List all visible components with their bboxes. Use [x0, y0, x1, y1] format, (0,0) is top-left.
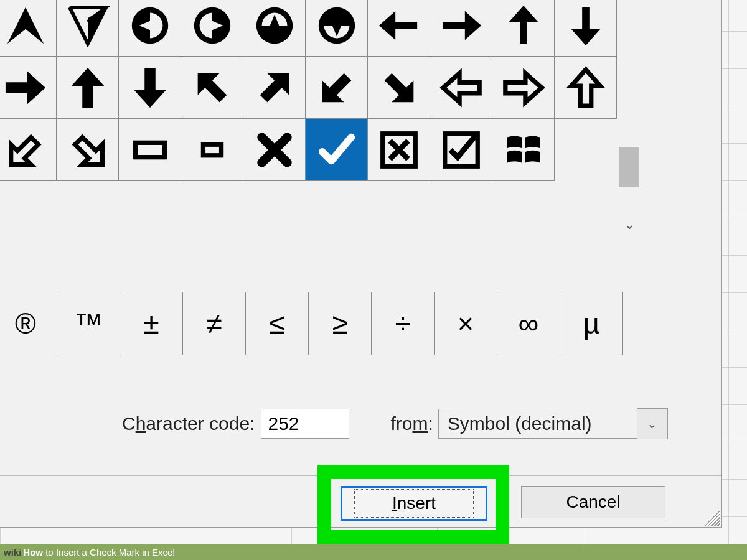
arrow-downright-outline-icon[interactable] [56, 118, 119, 181]
from-combobox[interactable]: Symbol (decimal) [438, 409, 637, 439]
banner-site: wiki [4, 547, 21, 558]
insert-button[interactable]: Insert [341, 486, 487, 521]
arrow-left-outline-icon[interactable] [430, 56, 492, 119]
svg-rect-1 [203, 144, 221, 156]
arrow-downleft-icon[interactable] [305, 56, 368, 119]
x-mark-icon[interactable] [243, 118, 306, 181]
recent-symbol[interactable]: ® [0, 292, 57, 355]
character-code-input[interactable] [261, 409, 349, 439]
arrow-upright-icon[interactable] [243, 56, 306, 119]
wikihow-banner: wikiHow to Insert a Check Mark in Excel [0, 544, 747, 560]
scrollbar-thumb[interactable] [619, 147, 639, 187]
character-code-row: Character code: from: Symbol (decimal) ⌄ [122, 408, 668, 439]
svg-rect-0 [135, 142, 164, 157]
symbol-grid [0, 0, 617, 181]
windows-logo-icon[interactable] [492, 118, 555, 181]
character-code-label: Character code: [122, 413, 255, 434]
recent-symbol[interactable]: ™ [57, 292, 120, 355]
arrow-downleft-outline-icon[interactable] [0, 118, 57, 181]
resize-grip-icon[interactable] [704, 510, 720, 526]
arrow-up-bold-icon[interactable] [56, 56, 119, 119]
triangle-up-icon[interactable] [0, 0, 57, 57]
circle-arrow-right-icon[interactable] [181, 0, 243, 57]
from-label: from: [390, 413, 433, 434]
recent-symbol[interactable]: ≤ [245, 292, 309, 355]
recent-symbol[interactable]: ≠ [182, 292, 246, 355]
circle-arrow-left-icon[interactable] [118, 0, 181, 57]
cancel-button[interactable]: Cancel [521, 486, 665, 518]
arrow-right-outline-icon[interactable] [492, 56, 555, 119]
arrow-up-outline-icon[interactable] [554, 56, 617, 119]
check-mark-icon[interactable] [305, 118, 368, 181]
dialog-button-bar: Insert Cancel [0, 475, 721, 527]
chevron-down-icon[interactable]: ⌄ [637, 408, 668, 439]
arrow-downright-icon[interactable] [367, 56, 430, 119]
banner-title: to Insert a Check Mark in Excel [45, 547, 175, 558]
boxed-x-icon[interactable] [367, 118, 430, 181]
circle-arrow-down-icon[interactable] [305, 0, 368, 57]
arrow-down-icon[interactable] [554, 0, 617, 57]
arrow-right-bold-icon[interactable] [0, 56, 57, 119]
arrow-right-icon[interactable] [430, 0, 492, 57]
recent-symbol[interactable]: ± [120, 292, 183, 355]
arrow-left-icon[interactable] [367, 0, 430, 57]
recent-symbol[interactable]: ≥ [308, 292, 372, 355]
recent-symbol[interactable]: ÷ [371, 292, 435, 355]
arrow-down-bold-icon[interactable] [118, 56, 181, 119]
recent-symbol[interactable]: × [434, 292, 497, 355]
circle-arrow-up-icon[interactable] [243, 0, 306, 57]
recent-symbols-row: ® ™ ± ≠ ≤ ≥ ÷ × ∞ µ [0, 292, 623, 355]
arrow-upleft-icon[interactable] [181, 56, 243, 119]
arrow-up-icon[interactable] [492, 0, 555, 57]
scrollbar[interactable]: ⌄ [617, 0, 642, 237]
rect-outline-icon[interactable] [118, 118, 181, 181]
symbol-dialog: ⌄ ® ™ ± ≠ ≤ ≥ ÷ × ∞ µ Character code: fr… [0, 0, 722, 528]
scroll-down-button[interactable]: ⌄ [617, 212, 642, 237]
recent-symbol[interactable]: µ [560, 292, 623, 355]
recent-symbol[interactable]: ∞ [497, 292, 560, 355]
boxed-check-icon[interactable] [430, 118, 492, 181]
triangle-down-icon[interactable] [56, 0, 119, 57]
rect-outline-small-icon[interactable] [181, 118, 243, 181]
